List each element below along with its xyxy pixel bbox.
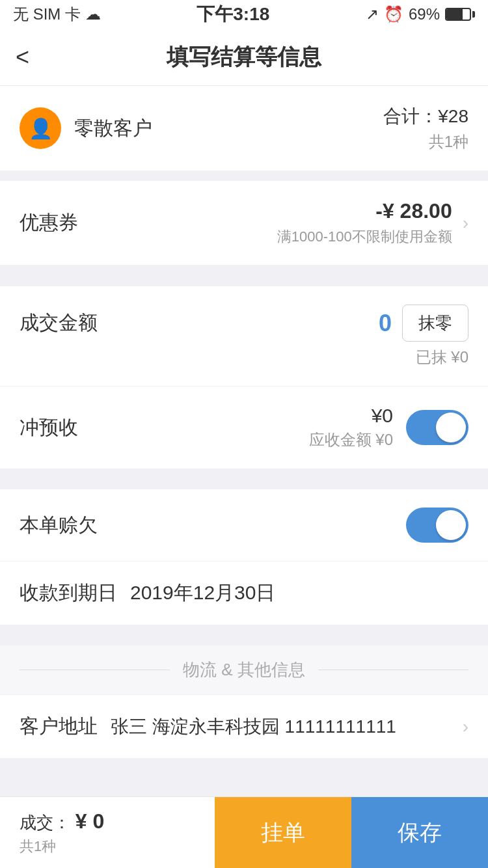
logistics-header: 物流 & 其他信息 (0, 645, 488, 694)
pre-amount: ¥0 (309, 405, 393, 427)
transaction-row: 成交金额 0 抹零 已抹 ¥0 (0, 286, 488, 386)
transaction-top: 成交金额 0 抹零 (20, 305, 468, 342)
customer-right: 合计：¥28 共1种 (383, 104, 468, 152)
location-icon: ↗ (366, 5, 379, 23)
pre-collect-row: 冲预收 ¥0 应收金额 ¥0 (0, 386, 488, 468)
back-button[interactable]: < (16, 44, 29, 71)
debt-label: 本单赊欠 (20, 512, 98, 539)
debt-toggle-knob (436, 510, 466, 540)
coupon-amount: -¥ 28.00 (277, 199, 452, 223)
customer-name: 零散客户 (74, 115, 152, 142)
coupon-row[interactable]: 优惠券 -¥ 28.00 满1000-100不限制使用金额 › (0, 181, 488, 265)
coupon-right: -¥ 28.00 满1000-100不限制使用金额 › (277, 199, 468, 247)
logistics-line-left (20, 670, 170, 670)
status-right: ↗ ⏰ 69% (366, 5, 475, 23)
transaction-right: 0 抹零 (379, 305, 468, 342)
save-button[interactable]: 保存 (351, 797, 488, 869)
coupon-label: 优惠券 (20, 210, 78, 236)
nav-bar: < 填写结算等信息 (0, 29, 488, 86)
debt-section: 本单赊欠 收款到期日 2019年12月30日 (0, 489, 488, 625)
debt-toggle[interactable] (406, 508, 468, 543)
transaction-section: 成交金额 0 抹零 已抹 ¥0 冲预收 ¥0 应收金额 ¥0 (0, 286, 488, 468)
bottom-total-row: 成交： ¥ 0 (20, 809, 195, 834)
customer-section: 👤 零散客户 合计：¥28 共1种 (0, 86, 488, 170)
round-button[interactable]: 抹零 (402, 305, 468, 342)
hold-button[interactable]: 挂单 (215, 797, 351, 869)
sim-label: 无 SIM 卡 ☁ (13, 4, 101, 25)
pre-collect-amounts: ¥0 应收金额 ¥0 (309, 405, 393, 450)
transaction-sub: 已抹 ¥0 (20, 347, 468, 368)
total-count: 共1种 (383, 131, 468, 152)
total-amount: 合计：¥28 (383, 104, 468, 129)
bottom-bar: 成交： ¥ 0 共1种 挂单 保存 (0, 796, 488, 868)
bottom-info: 成交： ¥ 0 共1种 (0, 809, 215, 856)
transaction-value[interactable]: 0 (379, 310, 392, 337)
status-left: 无 SIM 卡 ☁ (13, 4, 101, 25)
due-date-label: 收款到期日 (20, 580, 117, 606)
address-value: 张三 海淀永丰科技园 11111111111 (111, 714, 463, 739)
page-title: 填写结算等信息 (167, 42, 321, 72)
bottom-total-value: ¥ 0 (75, 809, 104, 833)
separator-3 (0, 635, 488, 645)
due-date-row[interactable]: 收款到期日 2019年12月30日 (0, 561, 488, 625)
battery-icon (445, 8, 475, 21)
chevron-right-icon: › (463, 213, 468, 234)
customer-left: 👤 零散客户 (20, 107, 152, 149)
coupon-section[interactable]: 优惠券 -¥ 28.00 满1000-100不限制使用金额 › (0, 181, 488, 265)
bottom-count: 共1种 (20, 837, 195, 856)
debt-row: 本单赊欠 (0, 489, 488, 561)
due-date-value: 2019年12月30日 (130, 580, 275, 606)
logistics-line-right (318, 670, 468, 670)
pre-collect-toggle[interactable] (406, 410, 468, 445)
address-section: 客户地址 张三 海淀永丰科技园 11111111111 › (0, 694, 488, 758)
customer-row: 👤 零散客户 合计：¥28 共1种 (0, 86, 488, 170)
avatar: 👤 (20, 107, 61, 149)
separator-2 (0, 479, 488, 489)
pre-collect-label: 冲预收 (20, 414, 78, 441)
logistics-label: 物流 & 其他信息 (170, 658, 318, 681)
separator-1 (0, 275, 488, 286)
status-bar: 无 SIM 卡 ☁ 下午3:18 ↗ ⏰ 69% (0, 0, 488, 29)
pre-sub: 应收金额 ¥0 (309, 429, 393, 450)
address-right: › (463, 716, 468, 737)
pre-collect-right: ¥0 应收金额 ¥0 (309, 405, 468, 450)
battery-label: 69% (409, 5, 440, 23)
toggle-knob (436, 413, 466, 442)
content: 👤 零散客户 合计：¥28 共1种 优惠券 -¥ 28.00 满1000-100… (0, 86, 488, 847)
coupon-value-block: -¥ 28.00 满1000-100不限制使用金额 (277, 199, 452, 247)
bottom-total-label: 成交： (20, 813, 70, 832)
address-row[interactable]: 客户地址 张三 海淀永丰科技园 11111111111 › (0, 694, 488, 758)
coupon-desc: 满1000-100不限制使用金额 (277, 227, 452, 247)
alarm-icon: ⏰ (384, 5, 403, 23)
transaction-label: 成交金额 (20, 310, 98, 336)
status-time: 下午3:18 (197, 2, 269, 27)
address-label: 客户地址 (20, 713, 98, 740)
address-chevron-icon: › (463, 716, 468, 737)
